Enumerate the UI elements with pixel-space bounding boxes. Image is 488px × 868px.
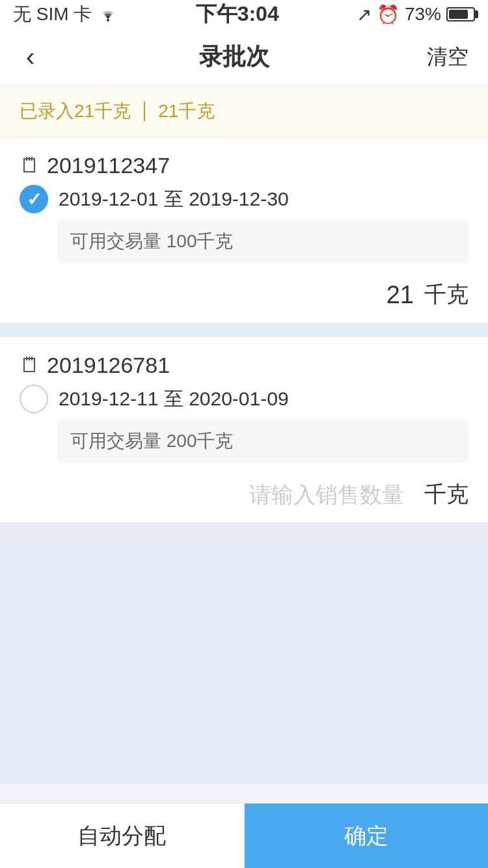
batch-id-0: 2019112347 <box>47 153 170 178</box>
status-right: ↗ ⏰ 73% <box>357 4 475 25</box>
status-time: 下午3:04 <box>196 0 279 29</box>
summary-recorded-label: 已录入21千克 <box>20 99 131 124</box>
clear-button[interactable]: 清空 <box>427 43 468 72</box>
nav-bar: ‹ 录批次 清空 <box>0 29 488 86</box>
card-separator <box>0 324 488 337</box>
batch-available-1: 可用交易量 200千克 <box>57 420 468 463</box>
batch-date-0: 2019-12-01 至 2019-12-30 <box>59 186 289 213</box>
summary-divider <box>144 102 145 121</box>
batch-date-row-0[interactable]: 2019-12-01 至 2019-12-30 <box>0 185 488 220</box>
confirm-button[interactable]: 确定 <box>245 804 489 868</box>
radio-btn-0[interactable] <box>20 185 48 213</box>
batch-amount-unit-0: 千克 <box>424 280 468 310</box>
batch-date-1: 2019-12-11 至 2020-01-09 <box>59 386 289 413</box>
batch-amount-input-row-1[interactable]: 千克 <box>0 473 488 524</box>
summary-value-label: 21千克 <box>158 99 215 124</box>
summary-bar: 已录入21千克 21千克 <box>0 86 488 137</box>
batch-header-0: 🗒 2019112347 <box>0 137 488 185</box>
batch-available-0: 可用交易量 100千克 <box>57 220 468 263</box>
wifi-icon <box>98 7 118 21</box>
empty-area <box>0 524 488 784</box>
status-left: 无 SIM 卡 <box>13 2 118 27</box>
batch-amount-input-1[interactable] <box>137 482 414 508</box>
batch-card-0: 🗒 2019112347 2019-12-01 至 2019-12-30 可用交… <box>0 137 488 324</box>
svg-point-0 <box>107 19 109 21</box>
alarm-icon: ⏰ <box>377 4 400 25</box>
bottom-action-bar: 自动分配 确定 <box>0 803 488 868</box>
batch-amount-row-0: 21 千克 <box>0 273 488 324</box>
battery-label: 73% <box>405 4 441 25</box>
batch-card-1: 🗒 2019126781 2019-12-11 至 2020-01-09 可用交… <box>0 337 488 524</box>
batch-id-1: 2019126781 <box>47 353 170 378</box>
batch-amount-unit-1: 千克 <box>424 480 468 509</box>
batch-doc-icon-0: 🗒 <box>20 154 40 178</box>
battery-icon <box>446 7 475 21</box>
location-icon: ↗ <box>357 4 372 25</box>
page-title: 录批次 <box>199 41 269 73</box>
batch-header-1: 🗒 2019126781 <box>0 337 488 385</box>
back-button[interactable]: ‹ <box>20 36 41 78</box>
auto-distribute-button[interactable]: 自动分配 <box>0 804 245 868</box>
carrier-label: 无 SIM 卡 <box>13 2 92 27</box>
batch-amount-value-0: 21 <box>386 281 414 309</box>
radio-btn-1[interactable] <box>20 385 48 413</box>
content-area: 🗒 2019112347 2019-12-01 至 2019-12-30 可用交… <box>0 137 488 849</box>
batch-date-row-1[interactable]: 2019-12-11 至 2020-01-09 <box>0 385 488 420</box>
status-bar: 无 SIM 卡 下午3:04 ↗ ⏰ 73% <box>0 0 488 29</box>
batch-doc-icon-1: 🗒 <box>20 353 40 377</box>
